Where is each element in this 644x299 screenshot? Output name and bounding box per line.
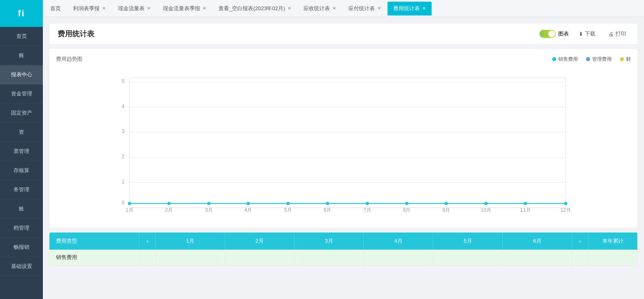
legend-label-mgmt: 管理费用 (592, 56, 612, 63)
th-month-1: 1月 (156, 233, 225, 250)
tab-receivable[interactable]: 应收统计表 ✕ (298, 2, 342, 16)
td-empty-1 (139, 250, 156, 265)
close-tab-receivable[interactable]: ✕ (332, 6, 336, 11)
download-button[interactable]: ⬇ 下载 (575, 29, 599, 39)
sidebar-item-inventory[interactable]: 存核算 (0, 161, 43, 180)
svg-text:2月: 2月 (165, 207, 173, 213)
chart-svg: 5 4 3 2 1 0 (56, 66, 631, 221)
td-m2 (225, 250, 294, 265)
th-month-6: 6月 (503, 233, 572, 250)
close-tab-payable[interactable]: ✕ (377, 6, 381, 11)
close-tab-cashflow-quarter[interactable]: ✕ (203, 6, 206, 11)
toggle-wrapper: 图表 (539, 30, 569, 38)
table-row-sales: 销售费用 (49, 250, 637, 266)
tab-cashflow[interactable]: 现金流量表 ✕ (112, 2, 156, 16)
tab-view-blank[interactable]: 查看_空白报表(2023年02月) ✕ (213, 2, 297, 16)
svg-text:8月: 8月 (403, 207, 411, 213)
svg-point-20 (405, 202, 408, 205)
td-m1 (156, 250, 225, 265)
th-type: 费用类型 (49, 233, 139, 250)
chart-area: 5 4 3 2 1 0 (56, 66, 631, 221)
sidebar-item-service[interactable]: 务管理 (0, 180, 43, 199)
sidebar-item-fixed-assets[interactable]: 固定资产 (0, 104, 43, 123)
sidebar-scroll: 首页 账 报表中心 资金管理 固定资产 资 票管理 存核算 务管理 账 档管理 … (0, 27, 43, 299)
svg-point-18 (326, 202, 329, 205)
table-header: 费用类型 ‹ 1月 2月 3月 4月 5月 6月 › 本年累计 (49, 233, 637, 250)
close-tab-expense[interactable]: ✕ (422, 6, 426, 11)
sidebar-item-archive[interactable]: 档管理 (0, 219, 43, 238)
svg-text:5: 5 (122, 78, 125, 84)
content-area: 费用统计表 图表 ⬇ 下载 🖨 打印 费用趋势图 (43, 17, 644, 299)
svg-text:1月: 1月 (126, 207, 134, 213)
close-tab-profit[interactable]: ✕ (102, 6, 106, 11)
sidebar-item-investment[interactable]: 资 (0, 123, 43, 142)
main-area: 首页 利润表季报 ✕ 现金流量表 ✕ 现金流量表季报 ✕ 查看_空白报表(202… (43, 0, 644, 299)
chart-toggle[interactable] (539, 30, 556, 38)
svg-text:2: 2 (122, 154, 125, 159)
td-m6 (503, 250, 572, 265)
th-ytd: 本年累计 (588, 233, 637, 250)
legend-dot-mgmt (586, 57, 590, 61)
svg-rect-12 (129, 78, 566, 208)
th-prev-arrow[interactable]: ‹ (139, 233, 156, 250)
tab-profit[interactable]: 利润表季报 ✕ (67, 2, 111, 16)
svg-text:10月: 10月 (481, 207, 491, 213)
td-type-sales: 销售费用 (49, 250, 139, 265)
sidebar-item-write-off[interactable]: 畅报销 (0, 238, 43, 257)
sidebar: fi 首页 账 报表中心 资金管理 固定资产 资 票管理 存核算 务管理 账 档… (0, 0, 43, 299)
th-next-arrow[interactable]: › (572, 233, 588, 250)
svg-point-15 (207, 202, 210, 205)
page-title: 费用统计表 (58, 29, 94, 39)
sidebar-item-ledger[interactable]: 账 (0, 199, 43, 219)
tab-payable[interactable]: 应付统计表 ✕ (343, 2, 387, 16)
svg-point-22 (484, 202, 488, 205)
svg-point-16 (247, 202, 250, 205)
td-empty-2 (572, 250, 588, 265)
table-section: 费用类型 ‹ 1月 2月 3月 4月 5月 6月 › 本年累计 销售费用 (49, 233, 637, 266)
svg-point-17 (286, 202, 290, 205)
legend-mgmt: 管理费用 (586, 56, 612, 63)
svg-point-19 (365, 202, 369, 205)
svg-text:12月: 12月 (560, 207, 571, 213)
th-month-5: 5月 (433, 233, 503, 250)
sidebar-item-reports[interactable]: 报表中心 (0, 65, 43, 84)
chart-title: 费用趋势图 (56, 55, 82, 63)
tabs-bar: 首页 利润表季报 ✕ 现金流量表 ✕ 现金流量表季报 ✕ 查看_空白报表(202… (43, 0, 644, 17)
tab-expense[interactable]: 费用统计表 ✕ (388, 2, 432, 16)
svg-text:6月: 6月 (324, 207, 332, 213)
svg-text:1: 1 (122, 179, 125, 185)
sidebar-item-account[interactable]: 账 (0, 46, 43, 65)
svg-text:3月: 3月 (205, 207, 213, 213)
legend-label-finance: 财 (626, 56, 631, 63)
chart-legend: 销售费用 管理费用 财 (552, 56, 631, 63)
close-tab-view-blank[interactable]: ✕ (287, 6, 291, 11)
svg-text:11月: 11月 (520, 207, 531, 213)
td-m3 (294, 250, 364, 265)
th-month-2: 2月 (225, 233, 294, 250)
legend-sales: 销售费用 (552, 56, 578, 63)
svg-point-13 (128, 202, 131, 205)
svg-point-24 (564, 202, 567, 205)
download-icon: ⬇ (579, 31, 583, 37)
chart-toggle-label: 图表 (558, 30, 569, 38)
sidebar-item-invoice[interactable]: 票管理 (0, 142, 43, 161)
close-tab-cashflow[interactable]: ✕ (147, 6, 151, 11)
th-month-4: 4月 (364, 233, 433, 250)
print-button[interactable]: 🖨 打印 (605, 29, 629, 39)
tab-cashflow-quarter[interactable]: 现金流量表季报 ✕ (157, 2, 212, 16)
svg-text:5月: 5月 (284, 207, 292, 213)
svg-point-14 (167, 202, 171, 205)
td-ytd (588, 250, 637, 265)
td-m4 (364, 250, 433, 265)
svg-text:4: 4 (122, 104, 125, 109)
sidebar-item-settings[interactable]: 基础设置 (0, 257, 43, 276)
tab-home[interactable]: 首页 (45, 2, 67, 16)
sidebar-item-home[interactable]: 首页 (0, 27, 43, 46)
legend-dot-finance (620, 57, 624, 61)
svg-point-21 (445, 202, 448, 205)
sidebar-item-capital[interactable]: 资金管理 (0, 84, 43, 104)
td-m5 (433, 250, 503, 265)
th-month-3: 3月 (294, 233, 364, 250)
svg-point-23 (524, 202, 527, 205)
legend-dot-sales (552, 57, 556, 61)
